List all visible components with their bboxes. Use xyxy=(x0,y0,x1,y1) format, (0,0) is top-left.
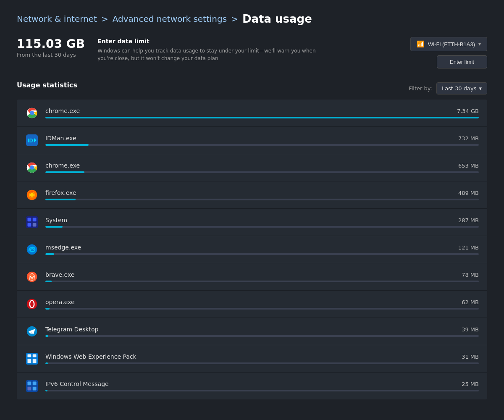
filter-select-button[interactable]: Last 30 days ▾ xyxy=(436,82,487,94)
progress-bar-fill xyxy=(45,226,63,228)
progress-bar-fill xyxy=(45,281,52,282)
app-row: brave.exe78 MB xyxy=(17,263,487,291)
breadcrumb-separator-1: > xyxy=(101,14,108,24)
app-row: chrome.exe653 MB xyxy=(17,154,487,181)
progress-bar-fill xyxy=(45,199,76,200)
app-name-row: IPv6 Control Message25 MB xyxy=(45,381,479,387)
progress-bar-bg xyxy=(45,281,479,282)
app-name-row: chrome.exe7.34 GB xyxy=(45,108,479,114)
wifi-label: Wi-Fi (FTTH-B1A3) xyxy=(428,41,475,47)
app-size-label: 78 MB xyxy=(462,272,479,278)
svg-point-17 xyxy=(27,244,37,255)
wifi-icon: 📶 xyxy=(417,40,425,48)
data-limit-desc: Windows can help you track data usage to… xyxy=(97,47,328,62)
svg-rect-16 xyxy=(33,223,37,227)
app-row: msedge.exe121 MB xyxy=(17,236,487,263)
app-name-label: System xyxy=(45,217,67,223)
app-icon-windows-web xyxy=(25,352,39,365)
progress-bar-bg xyxy=(45,390,479,391)
app-icon-telegram xyxy=(25,325,39,338)
app-size-label: 31 MB xyxy=(462,354,479,360)
app-size-label: 7.34 GB xyxy=(457,108,479,114)
app-size-label: 121 MB xyxy=(458,244,479,251)
progress-bar-fill xyxy=(45,253,54,255)
app-size-label: 653 MB xyxy=(458,163,479,169)
app-name-label: IDMan.exe xyxy=(45,135,76,142)
app-icon-chrome xyxy=(25,106,39,120)
progress-bar-bg xyxy=(45,253,479,255)
app-info: opera.exe62 MB xyxy=(45,299,479,310)
app-info: IDMan.exe732 MB xyxy=(45,135,479,146)
filter-value: Last 30 days xyxy=(442,85,477,92)
app-row: chrome.exe7.34 GB xyxy=(17,100,487,127)
data-limit-title: Enter data limit xyxy=(97,38,410,45)
chevron-down-icon: ▾ xyxy=(478,41,481,47)
progress-bar-bg xyxy=(45,199,479,200)
svg-text:ID: ID xyxy=(28,138,33,144)
app-info: chrome.exe653 MB xyxy=(45,162,479,173)
app-size-label: 489 MB xyxy=(458,190,479,196)
app-name-row: firefox.exe489 MB xyxy=(45,189,479,196)
app-list: chrome.exe7.34 GB ID IDMan.exe732 MB chr… xyxy=(17,100,487,399)
progress-bar-bg xyxy=(45,171,479,173)
svg-rect-13 xyxy=(28,218,32,222)
app-row: ID IDMan.exe732 MB xyxy=(17,127,487,154)
app-row: System287 MB xyxy=(17,209,487,236)
app-name-row: msedge.exe121 MB xyxy=(45,244,479,251)
app-info: Telegram Desktop39 MB xyxy=(45,326,479,337)
progress-bar-fill xyxy=(45,390,47,391)
breadcrumb-separator-2: > xyxy=(231,14,238,24)
svg-rect-24 xyxy=(33,354,37,357)
breadcrumb-link-advanced[interactable]: Advanced network settings xyxy=(113,14,227,24)
progress-bar-fill xyxy=(45,335,48,337)
app-info: System287 MB xyxy=(45,217,479,228)
app-name-row: chrome.exe653 MB xyxy=(45,162,479,169)
svg-rect-23 xyxy=(28,354,32,357)
app-name-row: Windows Web Experience Pack31 MB xyxy=(45,353,479,360)
app-name-label: Windows Web Experience Pack xyxy=(45,353,136,360)
app-name-label: IPv6 Control Message xyxy=(45,381,109,387)
app-icon-opera xyxy=(25,297,39,311)
app-name-label: chrome.exe xyxy=(45,108,80,114)
svg-rect-31 xyxy=(33,387,37,391)
app-size-label: 62 MB xyxy=(462,299,479,305)
app-row: firefox.exe489 MB xyxy=(17,181,487,209)
svg-point-11 xyxy=(30,193,34,197)
app-icon-brave xyxy=(25,270,39,284)
svg-rect-26 xyxy=(33,359,37,363)
app-name-row: opera.exe62 MB xyxy=(45,299,479,305)
app-name-label: Telegram Desktop xyxy=(45,326,98,333)
progress-bar-bg xyxy=(45,308,479,310)
app-size-label: 287 MB xyxy=(458,217,479,223)
enter-limit-button[interactable]: Enter limit xyxy=(437,55,487,68)
progress-bar-fill xyxy=(45,308,50,310)
app-icon-ipv6 xyxy=(25,379,39,393)
filter-label: Filter by: xyxy=(409,85,432,92)
progress-bar-bg xyxy=(45,335,479,337)
app-info: brave.exe78 MB xyxy=(45,271,479,282)
app-size-label: 39 MB xyxy=(462,326,479,333)
usage-header-row: Usage statistics Filter by: Last 30 days… xyxy=(17,81,487,94)
app-name-row: Telegram Desktop39 MB xyxy=(45,326,479,333)
app-name-row: IDMan.exe732 MB xyxy=(45,135,479,142)
svg-rect-14 xyxy=(33,218,37,222)
progress-bar-fill xyxy=(45,117,479,118)
app-icon-msedge xyxy=(25,243,39,256)
progress-bar-bg xyxy=(45,117,479,118)
progress-bar-fill xyxy=(45,362,48,364)
app-name-label: opera.exe xyxy=(45,299,75,305)
wifi-selector-button[interactable]: 📶 Wi-Fi (FTTH-B1A3) ▾ xyxy=(410,37,487,51)
app-icon-system xyxy=(25,215,39,229)
breadcrumb-current: Data usage xyxy=(242,13,312,25)
breadcrumb-link-network[interactable]: Network & internet xyxy=(17,14,97,24)
wifi-controls: 📶 Wi-Fi (FTTH-B1A3) ▾ Enter limit xyxy=(410,37,487,68)
app-info: Windows Web Experience Pack31 MB xyxy=(45,353,479,364)
progress-bar-fill xyxy=(45,171,84,173)
data-total-label: From the last 30 days xyxy=(17,52,85,58)
data-total: 115.03 GB From the last 30 days xyxy=(17,37,85,58)
app-info: IPv6 Control Message25 MB xyxy=(45,381,479,391)
app-size-label: 732 MB xyxy=(458,135,479,142)
app-info: chrome.exe7.34 GB xyxy=(45,108,479,118)
data-limit-section: Enter data limit Windows can help you tr… xyxy=(97,37,410,62)
app-name-label: msedge.exe xyxy=(45,244,81,251)
